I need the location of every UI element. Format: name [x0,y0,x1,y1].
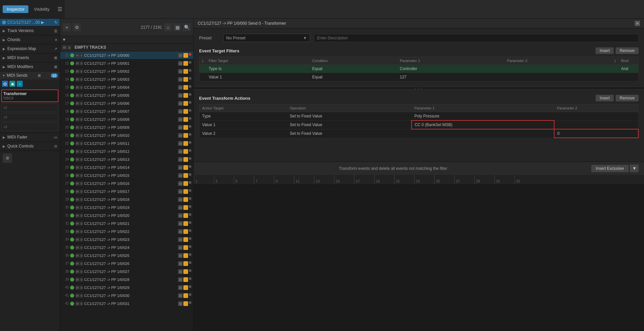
track-m-btn[interactable]: m [75,149,79,153]
send-edit-btn[interactable]: ▣ [9,81,15,87]
track-m-btn[interactable]: m [75,254,79,258]
track-refresh-icon[interactable]: ↻ [54,20,58,25]
send-power-btn[interactable]: ⏻ [2,81,8,87]
filters-remove-button[interactable]: Remove [616,47,639,54]
track-row[interactable]: 12 m s CC1/127/127 -> PP 1/0/001 ▤ ♪ [60,59,193,67]
send-item-1[interactable]: Transformer OSC3 [1,89,58,102]
track-s-btn[interactable]: s [80,246,83,250]
track-m-btn[interactable]: m [75,230,79,234]
track-s-btn[interactable]: s [80,286,83,290]
track-s-btn[interactable]: s [80,206,83,210]
track-s-btn[interactable]: s [80,294,83,298]
track-m-btn[interactable]: m [75,238,79,242]
track-m-btn[interactable]: m [75,270,79,274]
track-s-btn[interactable]: s [80,302,83,306]
action-row-2[interactable]: Value 1 Set to Fixed Value CC 0 (BankSel… [199,120,639,129]
midi-modifiers-header[interactable]: ▶ MIDI Modifiers ⊞ [0,62,60,71]
track-row[interactable]: 29 m s CC1/127/127 -> PP 1/0/018 ▤ ♪ [60,196,193,204]
preset-dropdown[interactable]: No Preset ▼ [223,34,310,42]
track-s-btn[interactable]: s [80,109,83,113]
track-row[interactable]: 25 m s CC1/127/127 -> PP 1/0/014 ▤ ♪ [60,163,193,172]
track-row[interactable]: 21 m s CC1/127/127 -> PP 1/0/010 ▤ ♪ [60,131,193,139]
track-row[interactable]: 33 m s CC1/127/127 -> PP 1/0/022 ▤ ♪ [60,228,193,236]
track-m-btn[interactable]: m [75,302,79,306]
track-m-btn[interactable]: m [75,190,79,194]
track-row[interactable]: 20 m s CC1/127/127 -> PP 1/0/009 ▤ ♪ [60,123,193,131]
track-s-btn[interactable]: s [80,238,83,242]
grid-button[interactable]: ▦ [173,23,181,31]
filters-insert-button[interactable]: Insert [596,47,614,54]
add-track-button[interactable]: + [63,23,71,31]
track-s-btn[interactable]: s [80,190,83,194]
track-s-btn[interactable]: s [80,182,83,186]
track-s-btn[interactable]: s [80,222,83,226]
track-m-btn[interactable]: m [75,246,79,250]
track-row[interactable]: 35 m s CC1/127/127 -> PP 1/0/024 ▤ ♪ [60,244,193,252]
track-row[interactable]: 40 m s CC1/127/127 -> PP 1/0/029 ▤ ♪ [60,284,193,292]
track-s-btn[interactable]: s [80,262,83,266]
track-m-btn[interactable]: m [75,182,79,186]
actions-remove-button[interactable]: Remove [616,95,639,101]
settings-button[interactable]: ⚙ [73,23,81,31]
filter-row-2[interactable]: Value 1 Equal 127 [199,73,639,81]
close-button[interactable]: ✕ [635,21,640,26]
track-header[interactable]: CC1/127/127 ...00 ▶ ↻ [0,19,60,26]
track-s-btn[interactable]: s [80,254,83,258]
track-s-btn[interactable]: s [80,141,83,145]
insert-exclusive-dropdown[interactable]: ▼ [630,164,639,172]
midi-inserts-header[interactable]: ▶ MIDI Inserts ⊞ [0,53,60,62]
track-m-btn[interactable]: m [75,77,79,81]
track-m-btn[interactable]: m [75,69,79,73]
track-row[interactable]: 42 m s CC1/127/127 -> PP 1/0/031 ▤ ♪ [60,300,193,308]
track-s-btn[interactable]: s [80,125,83,129]
track-row[interactable]: 18 m s CC1/127/127 -> PP 1/0/007 ▤ ♪ [60,107,193,115]
track-row[interactable]: 36 m s CC1/127/127 -> PP 1/0/025 ▤ ♪ [60,252,193,260]
track-row[interactable]: 27 m s CC1/127/127 -> PP 1/0/016 ▤ ♪ [60,180,193,188]
track-s-btn[interactable]: s [80,157,83,161]
filter-row-1[interactable]: Type Is Equal Controller And [199,65,639,73]
track-s-btn[interactable]: s [80,278,83,282]
track-row[interactable]: 37 m s CC1/127/127 -> PP 1/0/026 ▤ ♪ [60,260,193,268]
track-m-btn[interactable]: m [75,93,79,97]
track-m-btn[interactable]: m [75,133,79,137]
track-row[interactable]: 30 m s CC1/127/127 -> PP 1/0/019 ▤ ♪ [60,204,193,212]
midi-sends-header[interactable]: ▼ MIDI Sends ⊞ s1 [0,71,60,79]
track-row[interactable]: 41 m s CC1/127/127 -> PP 1/0/030 ▤ ♪ [60,292,193,300]
menu-icon[interactable]: ☰ [57,6,62,12]
track-m-btn[interactable]: m [75,206,79,210]
track-m-btn[interactable]: m [75,174,79,178]
track-row[interactable]: 24 m s CC1/127/127 -> PP 1/0/013 ▤ ♪ [60,155,193,163]
track-m-btn[interactable]: m [75,61,79,65]
track-row[interactable]: 32 m s CC1/127/127 -> PP 1/0/021 ▤ ♪ [60,220,193,228]
track-versions-header[interactable]: ▶ Track Versions ||| [0,26,60,35]
track-m-btn[interactable]: m [75,214,79,218]
track-s-btn[interactable]: s [80,69,83,73]
track-m-btn[interactable]: m [75,222,79,226]
track-row[interactable]: 28 m s CC1/127/127 -> PP 1/0/017 ▤ ♪ [60,188,193,196]
track-row[interactable]: 23 m s CC1/127/127 -> PP 1/0/012 ▤ ♪ [60,147,193,155]
track-row[interactable]: 39 m s CC1/127/127 -> PP 1/0/028 ▤ ♪ [60,276,193,284]
track-s-btn[interactable]: s [80,61,83,65]
track-row[interactable]: 26 m s CC1/127/127 -> PP 1/0/015 ▤ ♪ [60,172,193,180]
track-row[interactable]: 19 m s CC1/127/127 -> PP 1/0/008 ▤ ♪ [60,115,193,123]
track-s-btn[interactable]: s [80,270,83,274]
home-button[interactable]: ⌂ [164,23,172,31]
track-s-btn[interactable]: s [80,133,83,137]
track-m-btn[interactable]: m [75,166,79,170]
track-row[interactable]: 14 m s CC1/127/127 -> PP 1/0/003 ▤ ♪ [60,75,193,83]
track-s-btn[interactable]: s [80,101,83,105]
quick-controls-header[interactable]: ▶ Quick Controls ⊙ [0,142,60,150]
active-s-btn[interactable]: s [80,53,83,57]
tab-visibility[interactable]: Visibility [30,5,53,13]
track-s-btn[interactable]: s [80,77,83,81]
active-track-row[interactable]: 11 m s CC1/127/127 -> PP 1/0/000 ▤ ♪ [60,51,193,59]
track-row[interactable]: 16 m s CC1/127/127 -> PP 1/0/005 ▤ ♪ [60,91,193,99]
track-row[interactable]: 22 m s CC1/127/127 -> PP 1/0/011 ▤ ♪ [60,139,193,147]
track-row[interactable]: 34 m s CC1/127/127 -> PP 1/0/023 ▤ ♪ [60,236,193,244]
track-row[interactable]: 13 m s CC1/127/127 -> PP 1/0/002 ▤ ♪ [60,67,193,75]
track-m-btn[interactable]: m [75,157,79,161]
track-row[interactable]: 38 m s CC1/127/127 -> PP 1/0/027 ▤ ♪ [60,268,193,276]
track-s-btn[interactable]: s [80,214,83,218]
track-m-btn[interactable]: m [75,117,79,121]
track-m-btn[interactable]: m [75,125,79,129]
